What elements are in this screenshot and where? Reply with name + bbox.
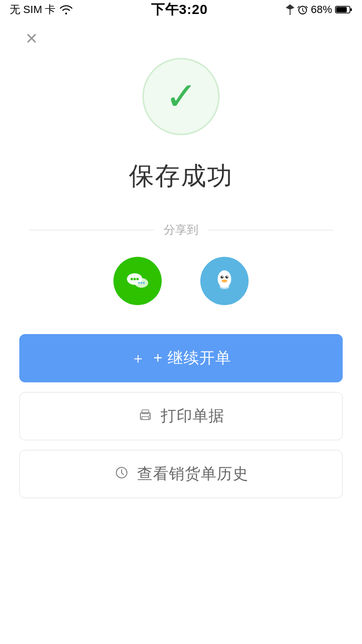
share-label: 分享到 xyxy=(154,222,208,238)
continue-order-button[interactable]: ＋ + 继续开单 xyxy=(19,334,343,382)
share-divider: 分享到 xyxy=(0,222,362,238)
alarm-icon xyxy=(297,4,308,15)
status-right: 68% xyxy=(286,3,352,16)
success-title: 保存成功 xyxy=(129,159,233,193)
plus-icon: ＋ xyxy=(131,349,146,368)
divider-line-right xyxy=(208,230,333,230)
battery-icon xyxy=(335,5,352,14)
main-content: ✓ 保存成功 分享到 xyxy=(0,19,362,498)
svg-rect-23 xyxy=(142,417,149,420)
svg-point-16 xyxy=(225,276,228,279)
svg-point-18 xyxy=(227,276,228,277)
svg-point-19 xyxy=(222,280,227,282)
wifi-icon xyxy=(59,5,73,14)
status-bar: 无 SIM 卡 下午3:20 68% xyxy=(0,0,362,19)
close-button[interactable]: ✕ xyxy=(19,27,43,51)
print-label: 打印单据 xyxy=(161,406,224,427)
svg-point-11 xyxy=(143,282,145,284)
svg-point-10 xyxy=(140,282,142,284)
svg-point-24 xyxy=(149,414,151,416)
svg-point-6 xyxy=(131,278,133,280)
share-section: 分享到 xyxy=(0,222,362,305)
svg-point-7 xyxy=(134,278,136,280)
history-icon xyxy=(114,465,129,484)
svg-rect-2 xyxy=(350,8,352,11)
history-button[interactable]: 查看销货单历史 xyxy=(19,450,343,498)
print-button[interactable]: 打印单据 xyxy=(19,392,343,440)
action-buttons: ＋ + 继续开单 打印单据 查看销货单历史 xyxy=(0,334,362,498)
share-icons xyxy=(113,257,249,305)
svg-point-15 xyxy=(221,276,223,279)
qq-logo-icon xyxy=(211,267,238,294)
clock-svg xyxy=(114,465,129,480)
location-icon xyxy=(286,4,294,15)
svg-point-9 xyxy=(138,282,140,284)
continue-order-label: + 继续开单 xyxy=(153,348,232,369)
printer-svg xyxy=(138,407,153,422)
wechat-share-button[interactable] xyxy=(113,257,162,305)
print-icon xyxy=(138,407,153,426)
status-time: 下午3:20 xyxy=(151,0,208,19)
divider-line-left xyxy=(29,230,154,230)
svg-point-8 xyxy=(137,278,139,280)
close-icon: ✕ xyxy=(25,29,38,48)
svg-rect-3 xyxy=(336,7,347,13)
svg-point-17 xyxy=(222,276,223,277)
success-circle: ✓ xyxy=(142,58,220,135)
status-left: 无 SIM 卡 xyxy=(10,2,73,17)
qq-share-button[interactable] xyxy=(200,257,249,305)
checkmark-icon: ✓ xyxy=(165,77,197,116)
battery-percentage: 68% xyxy=(311,3,332,16)
wechat-logo-icon xyxy=(123,266,152,295)
svg-point-20 xyxy=(220,284,229,289)
no-sim-label: 无 SIM 卡 xyxy=(10,2,56,17)
history-label: 查看销货单历史 xyxy=(137,463,249,485)
